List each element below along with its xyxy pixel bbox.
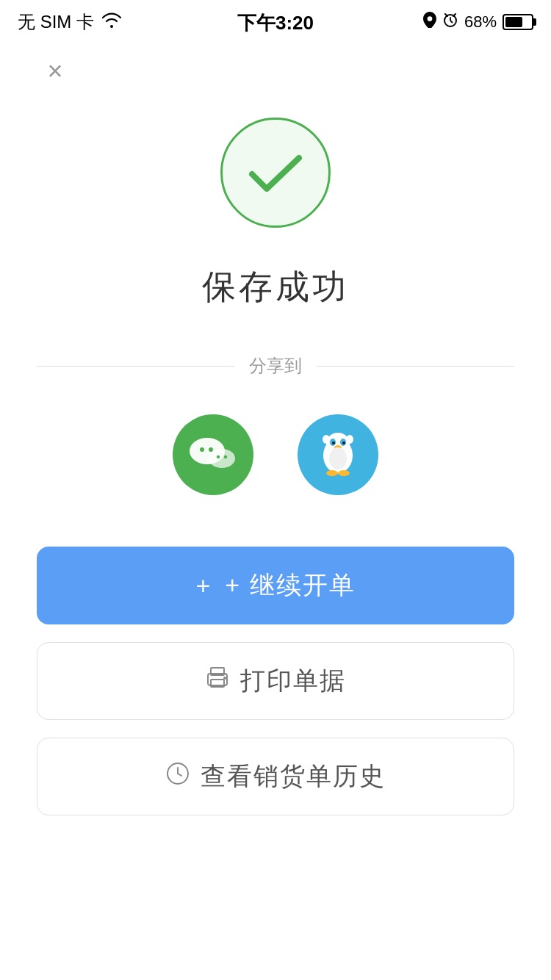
share-label: 分享到: [249, 354, 302, 378]
wechat-share-button[interactable]: [173, 414, 253, 495]
wechat-icon: [188, 433, 238, 476]
checkmark-icon: [246, 151, 305, 195]
history-button[interactable]: 查看销货单历史: [37, 738, 514, 815]
svg-point-3: [200, 447, 204, 452]
success-circle: [220, 118, 331, 228]
alarm-icon: [442, 12, 458, 32]
share-section: 分享到: [37, 354, 514, 495]
success-title: 保存成功: [202, 264, 349, 310]
svg-point-22: [223, 677, 226, 680]
print-button[interactable]: 打印单据: [37, 642, 514, 720]
svg-point-14: [329, 447, 347, 469]
battery-percent: 68%: [464, 12, 497, 32]
svg-point-6: [224, 455, 227, 458]
status-time: 下午3:20: [237, 10, 314, 36]
print-label: 打印单据: [240, 664, 346, 698]
svg-point-16: [338, 470, 350, 476]
history-label: 查看销货单历史: [201, 760, 386, 793]
share-divider: 分享到: [37, 354, 514, 378]
action-section: + + 继续开单 打印单据 查看销货单历: [37, 547, 514, 815]
svg-point-2: [209, 449, 235, 468]
svg-point-5: [217, 455, 220, 458]
success-section: 保存成功: [37, 118, 514, 354]
print-icon: [205, 666, 230, 696]
continue-label: + 继续开单: [225, 569, 355, 602]
svg-point-4: [209, 447, 213, 452]
svg-point-15: [326, 470, 338, 476]
status-bar: 无 SIM 卡 下午3:20 68%: [0, 0, 551, 44]
svg-point-18: [346, 435, 353, 444]
history-icon: [165, 761, 190, 792]
divider-left: [37, 366, 234, 367]
status-left: 无 SIM 卡: [18, 10, 122, 34]
status-right: 68%: [423, 12, 533, 32]
svg-point-11: [332, 442, 335, 444]
share-icons: [173, 414, 378, 495]
wifi-icon: [101, 12, 122, 32]
divider-right: [317, 366, 514, 367]
svg-point-17: [323, 435, 330, 444]
main-content: 保存成功 分享到: [0, 44, 551, 815]
battery-indicator: [503, 14, 533, 30]
qq-share-button[interactable]: [298, 414, 378, 495]
close-button[interactable]: ×: [37, 53, 73, 90]
no-sim-text: 无 SIM 卡: [18, 10, 94, 34]
close-icon: ×: [47, 58, 62, 84]
qq-icon: [316, 429, 360, 480]
continue-button[interactable]: + + 继续开单: [37, 547, 514, 624]
location-icon: [423, 12, 436, 32]
svg-point-12: [342, 442, 345, 444]
continue-icon: +: [195, 572, 212, 600]
